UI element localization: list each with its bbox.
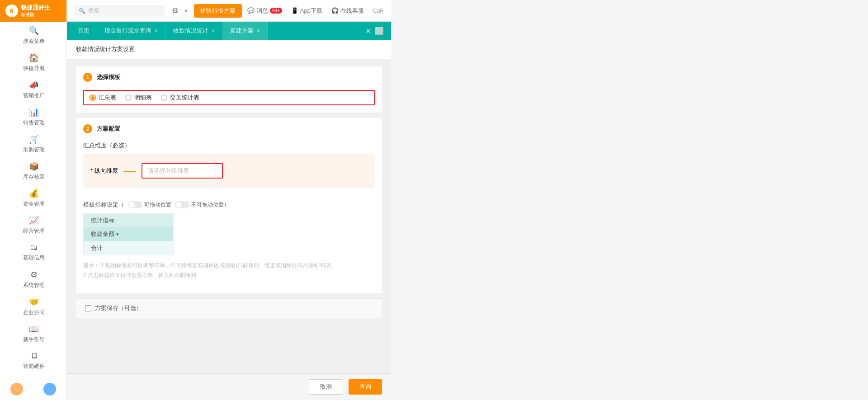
topbar-right: 💬 消息 99+ 📱 App下载 🎧 在线客服 CaR — [247, 7, 384, 15]
tab-close-icon[interactable]: ✕ — [154, 28, 158, 34]
marketing-icon: 📣 — [29, 80, 39, 90]
sidebar-item-hardware[interactable]: 🖥 智能硬件 — [0, 347, 66, 374]
section2-number: 2 — [83, 124, 92, 133]
sidebar-item-base-info[interactable]: 🗂 基础信息 — [0, 239, 66, 266]
purchase-icon: 🛒 — [29, 134, 39, 144]
section1-content: 汇总表 明细表 交叉统计表 — [76, 88, 382, 113]
sidebar-item-guide[interactable]: 📖 新手引导 — [0, 320, 66, 347]
content-area: 收款情况统计方案设置 1 选择模板 汇总表 — [67, 40, 391, 400]
tab-home[interactable]: 首页 — [71, 22, 97, 40]
sidebar-item-inventory[interactable]: 📦 库存核算 — [0, 157, 66, 184]
draggable-toggle[interactable]: 可拖动位置 — [128, 201, 171, 209]
sales-icon: 📊 — [29, 107, 39, 117]
logo-sub: 标准版 — [21, 12, 50, 18]
metrics-header: 模板指标设定（ 可拖动位置 不可拖动位置） — [83, 201, 375, 209]
radio-circle-cross — [161, 94, 167, 101]
management-icon: 📈 — [29, 216, 39, 226]
vertical-dim-row: * 纵向维度 —— 请选择分组维度 — [90, 163, 368, 179]
section2-content: 汇总维度（必选） * 纵向维度 —— 请选择分组维度 模板指标设定（ — [76, 140, 382, 293]
sidebar-item-finance[interactable]: 💰 资金管理 — [0, 184, 66, 212]
sidebar-avatar-1[interactable] — [10, 383, 23, 395]
sidebar-item-wechat[interactable]: 💬 企业微信 — [0, 374, 66, 378]
radio-detail[interactable]: 明细表 — [125, 94, 152, 102]
section2-header: 2 方案配置 — [76, 118, 382, 140]
tabbar-right: ✕ ⬜ — [365, 22, 387, 40]
sidebar-item-label: 营销推广 — [23, 92, 45, 99]
finance-icon: 💰 — [29, 188, 39, 198]
sidebar-item-system[interactable]: ⚙ 系统管理 — [0, 266, 66, 293]
section1-number: 1 — [83, 73, 92, 82]
close-window-icon[interactable]: ✕ — [365, 27, 371, 35]
stat-column-header[interactable]: 收款金额 ▾ — [84, 227, 173, 241]
sidebar-item-label: 企业协同 — [23, 309, 45, 316]
notification-badge: 99+ — [270, 8, 282, 14]
sidebar-item-label: 基础信息 — [23, 254, 45, 262]
dropdown-arrow-icon: ▼ — [184, 8, 189, 14]
save-footer: 方案保存（可选） — [76, 298, 382, 318]
section-divider — [83, 195, 375, 195]
tip2: 2.点击标题栏下拉可设置排序、插入列和删除列 — [83, 271, 375, 281]
sidebar-item-search[interactable]: 🔍 搜索菜单 — [0, 22, 66, 49]
tab-bank-flow[interactable]: 现金银行流水查询 ✕ — [97, 22, 166, 40]
radio-circle-summary — [90, 94, 96, 101]
tab-label: 现金银行流水查询 — [104, 27, 151, 35]
trial-btn[interactable]: 体验行业方案 — [194, 4, 242, 18]
gear-icon[interactable]: ⚙ — [172, 6, 178, 15]
online-service-item[interactable]: 🎧 在线客服 — [331, 7, 364, 15]
search-icon: 🔍 — [29, 26, 39, 36]
tab-label: 新建方案 — [230, 27, 254, 35]
sidebar-item-label: 快捷导航 — [23, 65, 45, 72]
stat-total-row: 合计 — [84, 241, 173, 255]
page-title: 收款情况统计方案设置 — [76, 46, 135, 52]
section2-label: 方案配置 — [97, 125, 120, 133]
section1-header: 1 选择模板 — [76, 66, 382, 88]
non-draggable-toggle[interactable]: 不可拖动位置） — [175, 201, 229, 209]
dimension-area: * 纵向维度 —— 请选择分组维度 — [83, 154, 375, 188]
stat-column-label: 收款金额 — [91, 230, 114, 238]
toggle-draggable[interactable] — [128, 201, 142, 208]
guide-icon: 📖 — [29, 324, 39, 334]
tab-label: 首页 — [78, 27, 90, 35]
tab-close-icon[interactable]: ✕ — [211, 28, 215, 34]
tab-new-plan[interactable]: 新建方案 ✕ — [223, 22, 268, 40]
app-download-label: App下载 — [300, 7, 322, 15]
home-icon: 🏠 — [29, 53, 39, 63]
cancel-button[interactable]: 取消 — [309, 379, 343, 395]
bottom-bar: 取消 查询 — [67, 373, 391, 400]
radio-label-detail: 明细表 — [134, 94, 152, 102]
sidebar-item-label: 采购管理 — [23, 146, 45, 154]
tip1: 提示： 1.拖动标题栏可以调整布局，不可跨维度或指标区域拖动(只能在同一维度或指… — [83, 261, 375, 271]
radio-circle-detail — [125, 94, 132, 101]
sidebar: 6 畅捷通好生 标准版 🔍 搜索菜单 🏠 快捷导航 📣 营销推广 📊 销 — [0, 0, 67, 400]
sidebar-avatar-2[interactable] — [43, 383, 56, 395]
radio-cross[interactable]: 交叉统计表 — [161, 94, 199, 102]
search-icon: 🔍 — [79, 8, 85, 14]
sidebar-item-label: 新手引导 — [23, 336, 45, 344]
query-button[interactable]: 查询 — [349, 379, 382, 395]
sidebar-item-purchase[interactable]: 🛒 采购管理 — [0, 130, 66, 157]
vertical-dim-input[interactable]: 请选择分组维度 — [142, 163, 223, 179]
tab-collection-stats[interactable]: 收款情况统计 ✕ — [166, 22, 223, 40]
radio-summary[interactable]: 汇总表 — [90, 94, 116, 102]
main-area: 🔍 搜索 ⚙ ▼ 体验行业方案 💬 消息 99+ 📱 App下载 🎧 在线客服 — [67, 0, 391, 400]
app-download-item[interactable]: 📱 App下载 — [291, 7, 322, 15]
save-checkbox[interactable] — [85, 305, 91, 311]
sidebar-item-nav[interactable]: 🏠 快捷导航 — [0, 49, 66, 76]
tab-close-icon[interactable]: ✕ — [256, 28, 260, 34]
maximize-icon[interactable]: ⬜ — [375, 27, 384, 35]
notification-icon: 💬 — [247, 7, 255, 14]
notification-item[interactable]: 💬 消息 99+ — [247, 7, 282, 15]
sidebar-item-sales[interactable]: 📊 销售管理 — [0, 103, 66, 130]
non-draggable-label: 不可拖动位置） — [191, 201, 229, 209]
sidebar-item-marketing[interactable]: 📣 营销推广 — [0, 76, 66, 103]
draggable-label: 可拖动位置 — [144, 201, 171, 209]
search-box[interactable]: 🔍 搜索 — [74, 5, 165, 16]
page-header: 收款情况统计方案设置 — [67, 40, 391, 59]
cooperation-icon: 🤝 — [29, 297, 39, 307]
toggle-non-draggable[interactable] — [175, 201, 189, 208]
inventory-icon: 📦 — [29, 161, 39, 171]
sidebar-item-management[interactable]: 📈 经营管理 — [0, 212, 66, 239]
system-icon: ⚙ — [30, 270, 38, 280]
metrics-table: 统计指标 收款金额 ▾ 合计 — [83, 213, 174, 255]
sidebar-item-cooperation[interactable]: 🤝 企业协同 — [0, 293, 66, 320]
